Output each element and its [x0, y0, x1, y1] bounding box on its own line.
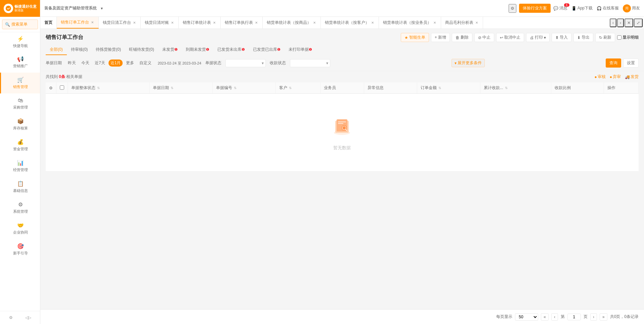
user-menu-btn[interactable]: 用 用友	[623, 4, 640, 12]
message-btn[interactable]: 💬 消息 6	[553, 5, 567, 11]
tab-scroll-right-btn[interactable]: ›	[617, 18, 624, 27]
payment-select[interactable]	[290, 59, 330, 67]
topbar-settings-btn[interactable]: ⚙	[509, 4, 516, 13]
cancel-stop-btn[interactable]: ↩ 取消中止	[496, 33, 524, 42]
page-first-btn[interactable]: «	[541, 313, 549, 321]
filter-settings-btn[interactable]: 设置	[623, 58, 639, 68]
tab-daily-cash-close[interactable]: ✕	[132, 20, 136, 25]
add-btn[interactable]: + 新增	[431, 33, 450, 42]
sidebar-item-quick-nav[interactable]: ⚡ 快捷导航	[0, 32, 40, 52]
th-ratio[interactable]: 收款比例	[551, 82, 604, 94]
filter-tab-overdue-ship[interactable]: 到期未发货❶	[182, 45, 213, 55]
filter-tab-wangpu-ship[interactable]: 旺铺待发货(0)	[125, 45, 158, 55]
tab-order-exec-close[interactable]: ✕	[254, 20, 258, 25]
date-last1month-btn[interactable]: 近1月	[109, 59, 123, 67]
sidebar-item-operations[interactable]: 📊 经营管理	[0, 156, 40, 176]
tab-sales-stats-customer-close[interactable]: ✕	[371, 20, 375, 25]
date-today-btn[interactable]: 今天	[79, 59, 91, 67]
tab-gross-margin-close[interactable]: ✕	[475, 20, 479, 25]
show-detail-checkbox[interactable]	[617, 35, 621, 40]
filter-tab-pending-check[interactable]: 待拣货验货(0)	[92, 45, 125, 55]
page-last-btn[interactable]: »	[600, 313, 607, 321]
filter-tab-shipped-not-out[interactable]: 已发货未出库❶	[213, 45, 249, 55]
th-checkbox[interactable]	[56, 82, 68, 94]
page-number-input[interactable]	[567, 314, 581, 320]
filter-tab-all[interactable]: 全部(0)	[46, 45, 67, 55]
import-btn[interactable]: ⬆ 导入	[552, 33, 571, 42]
sidebar-item-guide[interactable]: 🎯 新手引导	[0, 239, 40, 260]
sidebar-item-enterprise[interactable]: 🤝 企业协同	[0, 218, 40, 239]
date-yesterday-btn[interactable]: 昨天	[66, 59, 78, 67]
tab-sales-stats-product[interactable]: 销货单统计表（按商品） ✕	[263, 17, 321, 29]
date-custom-btn[interactable]: 自定义	[137, 59, 154, 67]
select-all-checkbox[interactable]	[60, 85, 64, 90]
filter-tab-not-shipped[interactable]: 未发货❶	[158, 45, 182, 55]
tab-sales-stats-customer[interactable]: 销货单统计表（按客户） ✕	[321, 17, 379, 29]
tab-home[interactable]: 首页	[40, 17, 57, 29]
cancel-review-action-link[interactable]: ● 弃审	[610, 74, 621, 80]
sidebar-item-sales[interactable]: 🛒 销售管理	[0, 73, 40, 93]
tab-order-exec[interactable]: 销售订单执行表 ✕	[221, 17, 263, 29]
th-date[interactable]: 单据日期 ⇅	[149, 82, 212, 94]
sidebar-item-system[interactable]: ⚙ 系统管理	[0, 197, 40, 218]
sidebar-item-finance[interactable]: 💰 资金管理	[0, 135, 40, 156]
app-download-btn[interactable]: 📱 App下载	[571, 5, 593, 11]
tab-order-stats[interactable]: 销售订单统计表 ✕	[179, 17, 221, 29]
page-next-btn[interactable]: ›	[590, 313, 597, 321]
system-dropdown-btn[interactable]: ▾	[99, 5, 105, 11]
tab-cash-reconcile-close[interactable]: ✕	[170, 20, 174, 25]
refresh-btn[interactable]: ↻ 刷新	[595, 33, 615, 42]
sort-status-icon: ⇅	[97, 86, 100, 90]
online-service-btn[interactable]: 🎧 在线客服	[597, 5, 619, 11]
delete-btn[interactable]: 🗑 删除	[452, 33, 472, 42]
tab-daily-cash[interactable]: 钱货日清工作台 ✕	[99, 17, 141, 29]
th-collected[interactable]: 累计收款... ⇅	[480, 82, 551, 94]
sidebar-collapse-btn[interactable]: ◁▷	[23, 314, 33, 321]
filter-tab-shipped-out[interactable]: 已发货已出库❶	[249, 45, 285, 55]
th-number[interactable]: 单据编号 ⇅	[212, 82, 275, 94]
th-status[interactable]: 单据整体状态 ⇅	[68, 82, 149, 94]
tab-sales-stats-staff-close[interactable]: ✕	[433, 20, 437, 25]
tab-gross-margin[interactable]: 商品毛利分析表 ✕	[441, 17, 483, 29]
th-staff[interactable]: 业务员	[320, 82, 364, 94]
message-badge: 6	[564, 3, 569, 7]
sidebar-item-marketing[interactable]: 📢 营销推广	[0, 52, 40, 73]
query-btn[interactable]: 查询	[606, 58, 621, 68]
expand-filter-btn[interactable]: ▾ 展开更多条件	[452, 59, 485, 67]
horizontal-scrollbar[interactable]	[40, 305, 644, 309]
tab-cash-reconcile[interactable]: 钱货日清对账 ✕	[141, 17, 179, 29]
tab-close-all-btn[interactable]: ✕	[625, 18, 633, 27]
sidebar-item-basic[interactable]: 📋 基础信息	[0, 176, 40, 197]
solution-btn[interactable]: 体验行业方案	[519, 4, 551, 13]
filter-tab-not-printed[interactable]: 未打印单据❶	[285, 45, 316, 55]
tab-sales-order[interactable]: 销售订单工作台 ✕	[57, 17, 99, 29]
filter-tabs: 全部(0) 待审核(0) 待拣货验货(0) 旺铺待发货(0) 未发货❶ 到期未发…	[40, 42, 644, 55]
ship-action-link[interactable]: 🚚 发货	[625, 74, 639, 80]
status-select[interactable]	[225, 59, 266, 67]
tab-sales-stats-staff[interactable]: 销货单统计表（按业务员） ✕	[379, 17, 441, 29]
th-exception[interactable]: 异常信息	[364, 82, 417, 94]
th-customer[interactable]: 客户 ⇅	[275, 82, 320, 94]
page-size-select[interactable]: 50 10 20 100	[515, 313, 538, 321]
sidebar-item-purchase[interactable]: 🛍 采购管理	[0, 93, 40, 114]
th-settings[interactable]: ⚙	[46, 82, 56, 94]
smart-create-btn[interactable]: ★ 智能生单	[401, 33, 429, 42]
tab-scroll-left-btn[interactable]: ‹	[610, 18, 616, 27]
page-prev-btn[interactable]: ‹	[551, 313, 558, 321]
date-last7-btn[interactable]: 近7天	[93, 59, 107, 67]
tab-sales-stats-product-close[interactable]: ✕	[312, 20, 316, 25]
review-action-link[interactable]: ● 审核	[595, 74, 606, 80]
search-menu-button[interactable]: 🔍 搜索菜单	[2, 19, 38, 29]
tab-sales-order-close[interactable]: ✕	[90, 20, 94, 25]
tab-order-stats-close[interactable]: ✕	[212, 20, 216, 25]
sidebar-settings-btn[interactable]: ⚙	[7, 314, 15, 321]
stop-btn[interactable]: ⊘ 中止	[474, 33, 494, 42]
show-detail-label[interactable]: 显示明细	[617, 35, 639, 40]
export-btn[interactable]: ⬇ 导出	[573, 33, 593, 42]
tab-expand-btn[interactable]: ⤢	[634, 18, 643, 27]
date-more-btn[interactable]: 更多	[124, 59, 136, 67]
filter-tab-pending-review[interactable]: 待审核(0)	[67, 45, 92, 55]
th-amount[interactable]: 订单金额 ⇅	[417, 82, 480, 94]
print-btn[interactable]: 🖨 打印 ▾	[526, 33, 550, 42]
sidebar-item-inventory[interactable]: 📦 库存核算	[0, 114, 40, 135]
